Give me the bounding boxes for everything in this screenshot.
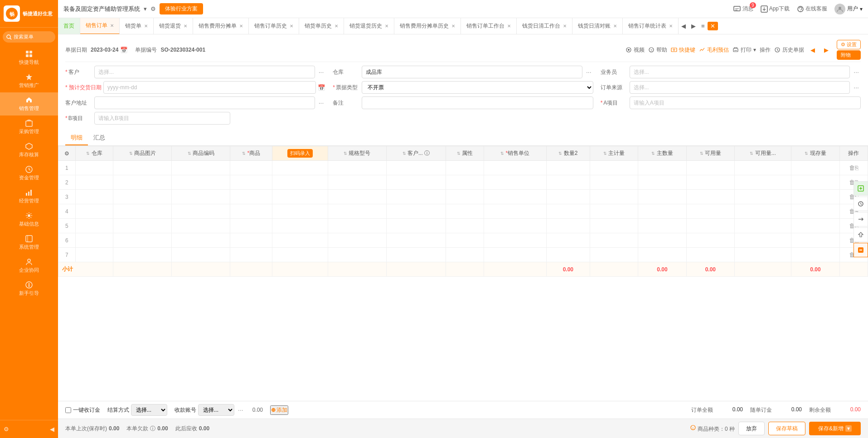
table-cell[interactable] [638,248,686,262]
table-cell[interactable] [113,190,172,204]
table-cell[interactable] [686,248,734,262]
remark-input[interactable] [362,96,593,109]
table-cell[interactable] [638,161,686,175]
table-cell[interactable] [172,175,230,190]
table-cell[interactable] [75,190,113,204]
th-stock-qty[interactable]: ⇅ 现存量 [791,146,839,161]
table-cell[interactable] [113,204,172,219]
table-cell[interactable] [791,190,839,204]
account-select[interactable]: 选择... [198,404,234,416]
one-click-label[interactable]: 一键收订金 [65,406,100,414]
table-cell[interactable] [75,248,113,262]
save-new-chevron[interactable]: ▾ [845,425,852,432]
table-cell[interactable] [686,219,734,233]
table-cell[interactable] [484,204,546,219]
table-cell[interactable] [590,190,638,204]
float-btn-4[interactable] [853,227,868,242]
table-cell[interactable] [590,175,638,190]
warehouse-input[interactable] [362,66,582,78]
tab-close-all-btn[interactable]: ✕ [708,22,718,30]
table-cell[interactable] [113,161,172,175]
tab-invoice-history[interactable]: 销货单历史 ✕ [299,18,344,34]
table-cell[interactable] [686,161,734,175]
table-cell[interactable] [328,161,386,175]
user-area[interactable]: 用户 ▾ [834,4,863,14]
table-cell[interactable] [484,190,546,204]
table-cell[interactable] [791,204,839,219]
table-cell[interactable] [172,219,230,233]
table-cell[interactable] [590,248,638,262]
table-cell[interactable] [484,248,546,262]
view-btn[interactable]: 视频 [626,46,645,54]
table-cell[interactable] [230,219,272,233]
table-cell[interactable] [386,219,446,233]
table-cell[interactable] [638,190,686,204]
table-cell[interactable] [735,190,791,204]
sidebar-item-guide[interactable]: 新手引导 [0,277,58,300]
shortcut-btn[interactable]: 快捷键 [671,46,695,54]
sidebar-item-enterprise[interactable]: 企业协同 [0,254,58,277]
delivery-cal-btn[interactable]: 📅 [318,84,325,91]
ops-btn[interactable]: 操作 [760,46,771,54]
table-cell[interactable] [172,248,230,262]
table-cell[interactable] [735,248,791,262]
table-cell[interactable] [328,219,386,233]
table-cell[interactable] [686,175,734,190]
tab-order-workbench[interactable]: 销售订单工作台 ✕ [461,18,517,34]
order-source-input[interactable] [630,81,850,94]
table-cell[interactable] [791,175,839,190]
sidebar-item-marketing[interactable]: 营销推广 [0,69,58,92]
table-cell[interactable] [172,161,230,175]
order-source-dots-btn[interactable]: ··· [852,84,861,91]
table-cell[interactable] [113,219,172,233]
table-cell[interactable] [484,161,546,175]
table-cell[interactable] [638,219,686,233]
staff-dots-btn[interactable]: ··· [852,68,861,76]
table-cell[interactable] [735,204,791,219]
table-cell[interactable] [686,190,734,204]
table-cell[interactable] [546,175,590,190]
table-cell[interactable] [590,233,638,248]
settlement-select[interactable]: 选择... [131,404,167,416]
tab-next-btn[interactable]: ▶ [689,23,698,29]
table-cell[interactable] [484,219,546,233]
row-copy-btn[interactable]: ⎘ [855,164,858,171]
table-cell[interactable] [272,175,328,190]
table-cell[interactable] [546,219,590,233]
tab-fee-history[interactable]: 销售费用分摊单历史 ✕ [394,18,461,34]
table-cell[interactable] [328,190,386,204]
save-draft-btn[interactable]: 保存草稿 [768,422,805,435]
tab-sales-order-history[interactable]: 销售订单历史 ✕ [249,18,299,34]
table-cell[interactable] [386,204,446,219]
table-cell[interactable] [172,190,230,204]
tab-home[interactable]: 首页 [58,18,80,34]
float-btn-2[interactable] [853,197,868,211]
table-cell[interactable] [75,233,113,248]
table-cell[interactable] [446,219,484,233]
table-cell[interactable] [328,175,386,190]
table-cell[interactable] [272,204,328,219]
table-cell[interactable] [590,219,638,233]
system-dropdown-btn[interactable]: ▾ [144,5,147,12]
discard-btn[interactable]: 放弃 [738,422,765,435]
table-cell[interactable] [272,190,328,204]
a-project-input[interactable] [630,96,861,109]
scan-btn[interactable]: 扫码录入 [287,149,313,158]
table-cell[interactable] [546,233,590,248]
print-btn[interactable]: 打印 ▾ [732,46,756,54]
table-cell[interactable] [735,219,791,233]
table-cell[interactable] [230,204,272,219]
date-picker-btn[interactable]: 📅 [120,47,128,53]
address-dots-btn[interactable]: ··· [317,99,326,106]
add-btn[interactable]: ⊕ 添加 [270,405,288,415]
toolbar-prev-btn[interactable]: ◀ [808,47,818,53]
table-cell[interactable] [590,204,638,219]
table-cell[interactable] [791,233,839,248]
table-cell[interactable] [446,204,484,219]
table-cell[interactable] [590,161,638,175]
th-avail-qty2[interactable]: ⇅ 可用量... [735,146,791,161]
save-new-btn[interactable]: 保存&新增 ▾ [809,422,861,435]
table-cell[interactable] [230,161,272,175]
table-cell[interactable] [272,233,328,248]
tab-sales-order[interactable]: 销售订单 ✕ [80,18,120,34]
